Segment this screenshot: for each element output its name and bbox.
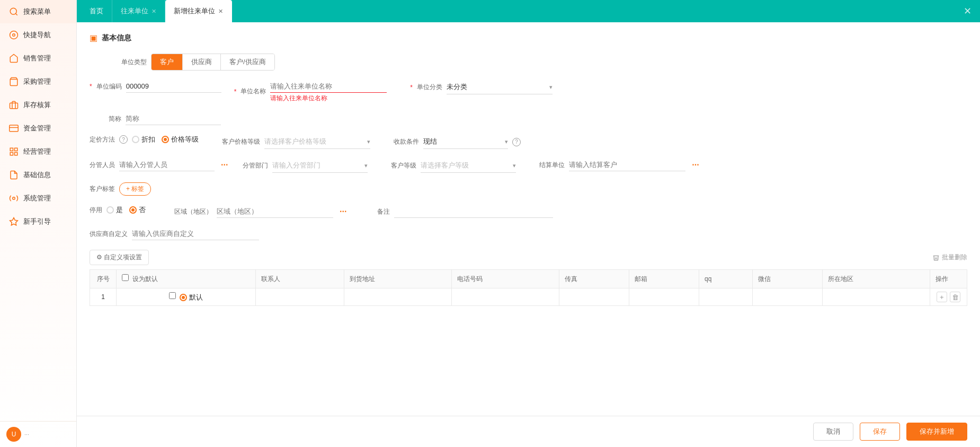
pricing-discount-label: 折扣 bbox=[141, 135, 155, 144]
pricing-level-radio[interactable] bbox=[162, 136, 169, 143]
tab-new-partner[interactable]: 新增往来单位 ✕ bbox=[165, 0, 232, 22]
tab-home[interactable]: 首页 bbox=[81, 0, 112, 22]
unit-type-customer-btn[interactable]: 客户 bbox=[152, 54, 183, 70]
guide-icon bbox=[8, 216, 19, 227]
sidebar-item-system[interactable]: 系统管理 bbox=[0, 187, 76, 210]
unit-type-supplier-btn[interactable]: 供应商 bbox=[183, 54, 221, 70]
disabled-no-option[interactable]: 否 bbox=[129, 205, 146, 215]
disabled-yes-radio[interactable] bbox=[106, 206, 114, 214]
row-checkbox[interactable] bbox=[169, 292, 176, 299]
save-button[interactable]: 保存 bbox=[860, 423, 900, 441]
sidebar-item-label: 搜索菜单 bbox=[23, 7, 51, 16]
unit-type-group-container: 单位类型 客户 供应商 客户/供应商 bbox=[121, 54, 275, 71]
tab-new-partner-label: 新增往来单位 bbox=[174, 6, 215, 16]
col-wechat: 微信 bbox=[752, 270, 822, 288]
svg-point-2 bbox=[10, 31, 18, 39]
select-all-checkbox[interactable] bbox=[122, 274, 129, 281]
row-delete-icon[interactable]: 🗑 bbox=[950, 292, 960, 302]
region-group: 区域（地区） ··· bbox=[174, 205, 349, 218]
svg-rect-5 bbox=[10, 103, 18, 109]
svg-rect-8 bbox=[10, 148, 13, 151]
settlement-unit-input[interactable] bbox=[569, 159, 685, 171]
supplier-custom-row: 供应商自定义 bbox=[90, 227, 967, 240]
svg-line-1 bbox=[15, 13, 17, 15]
svg-rect-9 bbox=[15, 148, 17, 151]
sidebar-item-sales[interactable]: 销售管理 bbox=[0, 47, 76, 70]
disabled-no-radio[interactable] bbox=[129, 206, 137, 214]
supplier-custom-input[interactable] bbox=[132, 227, 259, 240]
tab-partners-close[interactable]: ✕ bbox=[152, 8, 156, 14]
payment-help-icon[interactable]: ? bbox=[512, 138, 521, 146]
sidebar-item-quicknav[interactable]: 快捷导航 bbox=[0, 23, 76, 47]
department-group: 分管部门 请输入分管部门 ▾ bbox=[243, 159, 368, 173]
col-default: 设为默认 bbox=[117, 270, 256, 288]
pricing-help-icon[interactable]: ? bbox=[119, 135, 128, 144]
customer-price-level-select[interactable]: 请选择客户价格等级 ▾ bbox=[264, 135, 370, 149]
short-name-label: 简称 bbox=[109, 115, 121, 124]
sidebar-item-basic[interactable]: 基础信息 bbox=[0, 163, 76, 187]
col-phone: 电话号码 bbox=[451, 270, 559, 288]
svg-point-3 bbox=[13, 34, 15, 37]
disabled-radio-group: 是 否 bbox=[106, 205, 146, 215]
disabled-no-label: 否 bbox=[139, 205, 146, 215]
tab-new-partner-close[interactable]: ✕ bbox=[218, 8, 223, 14]
unit-code-label: 单位编码 bbox=[96, 82, 122, 91]
custom-settings-button[interactable]: ⚙ 自定义项设置 bbox=[90, 250, 149, 265]
sidebar-item-label: 系统管理 bbox=[23, 194, 51, 203]
unit-name-error: 请输入往来单位名称 bbox=[270, 94, 387, 103]
manager-input[interactable] bbox=[119, 159, 215, 171]
settlement-unit-label: 结算单位 bbox=[539, 161, 565, 170]
manager-row: 分管人员 ··· 分管部门 请输入分管部门 ▾ 客户等级 请选择客户等级 ▾ 结… bbox=[90, 159, 967, 173]
sidebar-item-operations[interactable]: 经营管理 bbox=[0, 140, 76, 163]
chevron-down-icon5: ▾ bbox=[513, 162, 516, 169]
sidebar-item-label: 经营管理 bbox=[23, 147, 51, 156]
sidebar-item-label: 资金管理 bbox=[23, 124, 51, 133]
payment-terms-select[interactable]: 现结 ▾ bbox=[423, 135, 508, 149]
code-name-category-row: * 单位编码 * 单位名称 请输入往来单位名称 * 单位分类 未分类 ▾ bbox=[90, 80, 967, 103]
department-placeholder: 请输入分管部门 bbox=[272, 161, 320, 170]
window-close-button[interactable]: ✕ bbox=[959, 5, 976, 17]
short-name-input[interactable] bbox=[126, 112, 221, 125]
manager-more-btn[interactable]: ··· bbox=[219, 160, 230, 170]
pricing-discount-radio[interactable] bbox=[132, 136, 139, 143]
notes-input[interactable] bbox=[394, 205, 553, 218]
sidebar-item-inventory[interactable]: 库存核算 bbox=[0, 93, 76, 117]
sidebar-item-search[interactable]: 搜索菜单 bbox=[0, 0, 76, 23]
region-more-btn[interactable]: ··· bbox=[337, 207, 349, 216]
settlement-unit-more-btn[interactable]: ··· bbox=[690, 160, 701, 170]
tab-partners[interactable]: 往来单位 ✕ bbox=[112, 0, 165, 22]
inventory-icon bbox=[8, 100, 19, 110]
col-fax: 传真 bbox=[559, 270, 629, 288]
sidebar-item-finance[interactable]: 资金管理 bbox=[0, 117, 76, 140]
sidebar-item-purchase[interactable]: 采购管理 bbox=[0, 70, 76, 93]
add-tag-button[interactable]: + 标签 bbox=[119, 182, 151, 196]
default-radio-circle[interactable] bbox=[180, 294, 187, 301]
supplier-custom-group: 供应商自定义 bbox=[90, 227, 259, 240]
customer-level-select[interactable]: 请选择客户等级 ▾ bbox=[421, 159, 516, 173]
row-default: 默认 bbox=[117, 288, 256, 306]
unit-code-input[interactable] bbox=[126, 80, 221, 93]
customer-level-placeholder: 请选择客户等级 bbox=[421, 161, 469, 170]
row-actions: + 🗑 bbox=[930, 288, 967, 306]
save-and-new-button[interactable]: 保存并新增 bbox=[906, 423, 967, 441]
pricing-discount-option[interactable]: 折扣 bbox=[132, 135, 155, 144]
pricing-method-group: 定价方法 ? 折扣 价格等级 bbox=[90, 135, 199, 144]
row-default-radio[interactable]: 默认 bbox=[180, 293, 203, 302]
unit-name-input[interactable] bbox=[270, 80, 387, 93]
unit-category-select[interactable]: 未分类 ▾ bbox=[447, 80, 553, 94]
unit-name-input-group: 请输入往来单位名称 bbox=[270, 80, 387, 103]
pricing-level-option[interactable]: 价格等级 bbox=[162, 135, 199, 144]
section-header: ▣ 基本信息 bbox=[90, 33, 967, 43]
svg-point-12 bbox=[13, 197, 15, 200]
unit-type-both-btn[interactable]: 客户/供应商 bbox=[221, 54, 274, 70]
tag-row: 客户标签 + 标签 bbox=[90, 182, 967, 196]
region-input[interactable] bbox=[217, 205, 333, 218]
cancel-button[interactable]: 取消 bbox=[813, 423, 853, 441]
sidebar-item-guide[interactable]: 新手引导 bbox=[0, 210, 76, 233]
row-add-icon[interactable]: + bbox=[937, 292, 947, 302]
disabled-yes-option[interactable]: 是 bbox=[106, 205, 123, 215]
department-select[interactable]: 请输入分管部门 ▾ bbox=[272, 159, 368, 173]
bottom-bar: 取消 保存 保存并新增 bbox=[77, 416, 980, 447]
batch-delete-button[interactable]: 批量删除 bbox=[932, 253, 967, 262]
disabled-region-row: 停用 是 否 区域（地区） ··· 备注 bbox=[90, 205, 967, 218]
